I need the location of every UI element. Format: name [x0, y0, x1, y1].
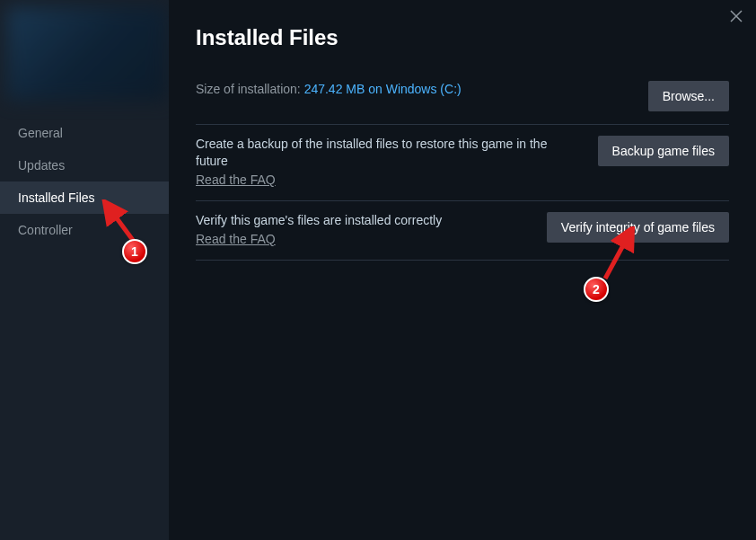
page-title: Installed Files [196, 25, 729, 50]
backup-faq-link[interactable]: Read the FAQ [196, 173, 276, 187]
close-icon [729, 11, 743, 26]
sidebar-item-label: Installed Files [18, 190, 95, 205]
main-panel: Installed Files Size of installation: 24… [169, 0, 756, 540]
install-location-link[interactable]: 247.42 MB on Windows (C:) [304, 82, 462, 96]
verify-desc: Verify this game's files are installed c… [196, 212, 529, 229]
install-size-row: Size of installation: 247.42 MB on Windo… [196, 81, 729, 125]
backup-button[interactable]: Backup game files [598, 136, 729, 166]
backup-desc: Create a backup of the installed files t… [196, 136, 580, 170]
verify-faq-link[interactable]: Read the FAQ [196, 232, 276, 246]
install-size-label: Size of installation: [196, 82, 304, 96]
close-button[interactable] [729, 9, 743, 23]
game-banner[interactable] [7, 7, 167, 101]
verify-button[interactable]: Verify integrity of game files [547, 212, 729, 243]
sidebar-item-installed-files[interactable]: Installed Files [0, 181, 169, 214]
sidebar-item-label: Updates [18, 158, 65, 173]
sidebar: General Updates Installed Files Controll… [0, 0, 169, 540]
backup-row: Create a backup of the installed files t… [196, 125, 729, 201]
sidebar-item-label: Controller [18, 223, 73, 237]
sidebar-item-label: General [18, 126, 63, 140]
browse-button[interactable]: Browse... [648, 81, 729, 111]
verify-row: Verify this game's files are installed c… [196, 201, 729, 261]
sidebar-nav: General Updates Installed Files Controll… [0, 117, 169, 246]
backup-text: Create a backup of the installed files t… [196, 136, 598, 188]
sidebar-item-general[interactable]: General [0, 117, 169, 149]
sidebar-item-updates[interactable]: Updates [0, 149, 169, 181]
install-size-text: Size of installation: 247.42 MB on Windo… [196, 81, 648, 98]
app-container: General Updates Installed Files Controll… [0, 0, 756, 540]
verify-text: Verify this game's files are installed c… [196, 212, 547, 247]
sidebar-item-controller[interactable]: Controller [0, 214, 169, 246]
